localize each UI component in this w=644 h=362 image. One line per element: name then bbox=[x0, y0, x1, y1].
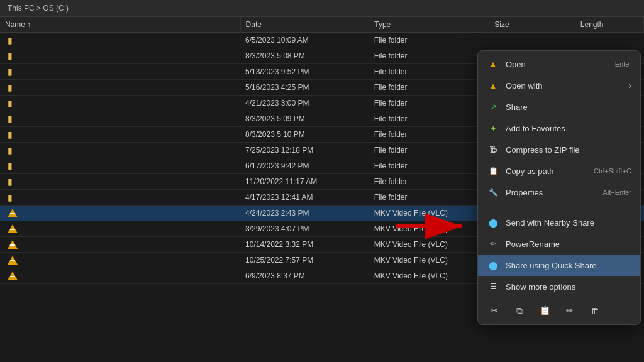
cell-name bbox=[0, 268, 240, 284]
col-date[interactable]: Date bbox=[240, 17, 369, 33]
cell-date: 4/21/2023 3:00 PM bbox=[240, 96, 369, 111]
menu-label: Share using Quick Share bbox=[506, 261, 631, 270]
cell-name: ▮ bbox=[0, 80, 240, 96]
menu-shortcut: Ctrl+Shift+C bbox=[594, 167, 631, 175]
cell-date: 5/13/2023 9:52 PM bbox=[240, 64, 369, 80]
cell-type: File folder bbox=[369, 143, 489, 158]
copy-icon[interactable]: ⧉ bbox=[512, 303, 527, 318]
menu-icon-share: ↗ bbox=[487, 101, 499, 113]
folder-icon: ▮ bbox=[8, 35, 13, 45]
col-length[interactable]: Length bbox=[575, 17, 643, 33]
rename-icon[interactable]: ✏ bbox=[562, 303, 577, 318]
cell-type: File folder bbox=[369, 127, 489, 143]
breadcrumb: This PC > OS (C:) bbox=[0, 0, 644, 17]
menu-label: Show more options bbox=[506, 282, 631, 292]
cell-type: File folder bbox=[369, 64, 489, 80]
cell-name bbox=[0, 253, 240, 268]
submenu-arrow: › bbox=[628, 80, 631, 90]
menu-label: Send with Nearby Share bbox=[506, 218, 631, 228]
menu-item-copy-path[interactable]: 📋 Copy as path Ctrl+Shift+C bbox=[478, 160, 640, 182]
cell-type: File folder bbox=[369, 33, 489, 48]
cell-date: 10/25/2022 7:57 PM bbox=[240, 253, 369, 268]
folder-icon: ▮ bbox=[8, 129, 13, 140]
cell-date: 10/14/2022 3:32 PM bbox=[240, 237, 369, 253]
cell-date: 6/17/2023 9:42 PM bbox=[240, 158, 369, 174]
menu-item-compress[interactable]: 🗜 Compress to ZIP file bbox=[478, 139, 640, 160]
cell-type: File folder bbox=[369, 111, 489, 127]
menu-label: Compress to ZIP file bbox=[506, 145, 631, 155]
cell-date: 7/25/2023 12:18 PM bbox=[240, 143, 369, 158]
folder-icon: ▮ bbox=[8, 82, 13, 92]
menu-icon-favorites: ✦ bbox=[487, 122, 499, 134]
vlc-icon bbox=[8, 255, 18, 265]
cell-date: 3/29/2023 4:07 PM bbox=[240, 221, 369, 237]
menu-item-powerrename[interactable]: ✏ PowerRename bbox=[478, 233, 640, 255]
menu-shortcut: Enter bbox=[615, 60, 631, 68]
folder-icon: ▮ bbox=[8, 67, 13, 77]
cell-size bbox=[489, 33, 575, 48]
table-row[interactable]: ▮ 6/5/2023 10:09 AM File folder bbox=[0, 33, 644, 48]
menu-separator bbox=[478, 209, 640, 209]
menu-label: Open bbox=[506, 60, 615, 69]
col-name[interactable]: Name ↑ bbox=[0, 17, 240, 33]
delete-icon[interactable]: 🗑 bbox=[587, 303, 602, 318]
menu-item-favorites[interactable]: ✦ Add to Favorites bbox=[478, 118, 640, 139]
vlc-icon bbox=[8, 224, 18, 234]
menu-item-properties[interactable]: 🔧 Properties Alt+Enter bbox=[478, 182, 640, 203]
folder-icon: ▮ bbox=[8, 192, 13, 202]
cell-date: 6/5/2023 10:09 AM bbox=[240, 33, 369, 48]
cell-type: MKV Video File (VLC) bbox=[369, 268, 489, 284]
menu-separator bbox=[478, 206, 640, 206]
cell-name: ▮ bbox=[0, 48, 240, 64]
menu-item-more-options[interactable]: ☰ Show more options bbox=[478, 276, 640, 297]
cell-type: MKV Video File (VLC) bbox=[369, 253, 489, 268]
cell-name: ▮ bbox=[0, 190, 240, 206]
cut-icon[interactable]: ✂ bbox=[487, 303, 502, 318]
menu-label: Open with bbox=[506, 81, 628, 90]
menu-label: Copy as path bbox=[506, 167, 594, 176]
cell-name: ▮ bbox=[0, 143, 240, 158]
menu-item-share[interactable]: ↗ Share bbox=[478, 96, 640, 118]
menu-icon-nearby-share: ⬤ bbox=[487, 216, 499, 229]
menu-icons-row: ✂⧉📋✏🗑 bbox=[478, 299, 640, 322]
menu-label: Share bbox=[506, 102, 631, 112]
vlc-icon bbox=[8, 239, 18, 250]
vlc-icon bbox=[8, 208, 18, 218]
cell-type: File folder bbox=[369, 48, 489, 64]
menu-label: Add to Favorites bbox=[506, 124, 631, 133]
menu-item-open[interactable]: ▲ Open Enter bbox=[478, 53, 640, 75]
paste-icon[interactable]: 📋 bbox=[537, 303, 552, 318]
cell-name: ▮ bbox=[0, 127, 240, 143]
menu-item-open-with[interactable]: ▲ Open with › bbox=[478, 75, 640, 96]
menu-icon-open: ▲ bbox=[487, 58, 499, 70]
cell-name bbox=[0, 221, 240, 237]
cell-name: ▮ bbox=[0, 64, 240, 80]
context-menu: ▲ Open Enter ▲ Open with › ↗ Share ✦ Add… bbox=[477, 50, 641, 325]
menu-shortcut: Alt+Enter bbox=[602, 189, 631, 196]
folder-icon: ▮ bbox=[8, 114, 13, 124]
col-size[interactable]: Size bbox=[489, 17, 575, 33]
menu-item-quick-share[interactable]: ⬤ Share using Quick Share bbox=[478, 255, 640, 276]
menu-icon-open-with: ▲ bbox=[487, 79, 499, 92]
cell-type: File folder bbox=[369, 174, 489, 190]
menu-icon-copy-path: 📋 bbox=[487, 165, 499, 177]
menu-item-nearby-share[interactable]: ⬤ Send with Nearby Share bbox=[478, 212, 640, 233]
menu-icon-more-options: ☰ bbox=[487, 280, 499, 293]
col-type[interactable]: Type bbox=[369, 17, 489, 33]
folder-icon: ▮ bbox=[8, 145, 13, 155]
table-header-row: Name ↑ Date Type Size Length bbox=[0, 17, 644, 33]
cell-date: 4/24/2023 2:43 PM bbox=[240, 206, 369, 221]
cell-name: ▮ bbox=[0, 96, 240, 111]
cell-type: File folder bbox=[369, 158, 489, 174]
folder-icon: ▮ bbox=[8, 51, 13, 61]
cell-date: 8/3/2023 5:08 PM bbox=[240, 48, 369, 64]
cell-length bbox=[575, 33, 643, 48]
cell-type: File folder bbox=[369, 80, 489, 96]
cell-type: File folder bbox=[369, 190, 489, 206]
cell-date: 4/17/2023 12:41 AM bbox=[240, 190, 369, 206]
cell-name bbox=[0, 237, 240, 253]
red-arrow bbox=[396, 214, 472, 241]
cell-type: File folder bbox=[369, 96, 489, 111]
menu-label: PowerRename bbox=[506, 239, 631, 249]
cell-date: 6/9/2023 8:37 PM bbox=[240, 268, 369, 284]
